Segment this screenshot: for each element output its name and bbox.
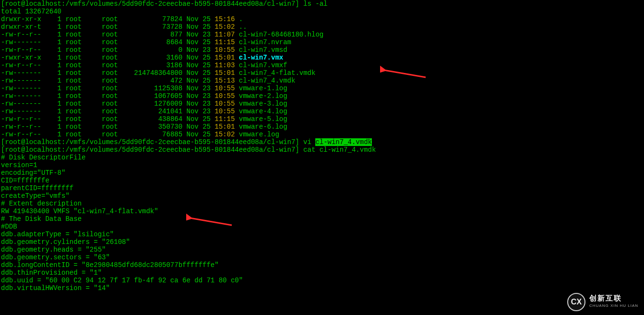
owner: root: [65, 100, 102, 108]
month: Nov: [187, 115, 203, 123]
group: root: [102, 77, 126, 85]
month: Nov: [187, 108, 203, 115]
filename: ..: [239, 23, 247, 31]
owner: root: [65, 77, 102, 85]
ls-row: drwxr-xr-t 1 root root 73728 Nov 25 15:0…: [1, 23, 643, 31]
links: 1: [41, 38, 65, 46]
owner: root: [65, 108, 102, 115]
terminal[interactable]: [root@localhost:/vmfs/volumes/5dd90fdc-2…: [0, 0, 644, 292]
filename: cl-win7.vmx: [239, 54, 283, 61]
size: 214748364800: [126, 69, 186, 77]
ls-row: -rw-r--r-- 1 root root 350730 Nov 25 15:…: [1, 123, 643, 131]
group: root: [102, 31, 126, 38]
perm: -rw-------: [1, 100, 41, 108]
day: 25: [203, 115, 215, 123]
month: Nov: [187, 15, 203, 23]
filename: cl-win7_4.vmdk: [239, 77, 296, 85]
owner: root: [65, 131, 102, 138]
time: 15:01: [215, 54, 239, 61]
file-line: encoding="UTF-8": [1, 169, 643, 177]
file-text: ddb.geometry.cylinders = "26108": [1, 238, 130, 246]
perm: drwxr-xr-t: [1, 23, 41, 31]
owner: root: [65, 23, 102, 31]
day: 25: [203, 77, 215, 85]
links: 1: [41, 85, 65, 92]
group: root: [102, 115, 126, 123]
file-line: # Extent description: [1, 200, 643, 207]
ls-row: -rw------- 1 root root 1276009 Nov 23 10…: [1, 100, 643, 108]
perm: -rw-r--r--: [1, 123, 41, 131]
ls-row: -rw-r--r-- 1 root root 0 Nov 23 10:55 cl…: [1, 46, 643, 54]
ls-row: -rw-r--r-- 1 root root 438864 Nov 25 11:…: [1, 115, 643, 123]
ls-row: -rw-r--r-- 1 root root 877 Nov 23 11:07 …: [1, 31, 643, 38]
perm: -rw-------: [1, 85, 41, 92]
time: 10:55: [215, 92, 239, 100]
size: 1276009: [126, 100, 186, 108]
perm: -rw-------: [1, 92, 41, 100]
owner: root: [65, 123, 102, 131]
time: 11:03: [215, 61, 239, 69]
group: root: [102, 69, 126, 77]
group: root: [102, 38, 126, 46]
file-text: ddb.uuid = "60 00 C2 94 12 7f 17 fb-4f 9…: [1, 277, 243, 284]
day: 25: [203, 61, 215, 69]
command: vi: [303, 138, 315, 146]
size: 1067605: [126, 92, 186, 100]
file-line: # Disk DescriptorFile: [1, 154, 643, 161]
group: root: [102, 61, 126, 69]
size: 73728: [126, 23, 186, 31]
size: 241041: [126, 108, 186, 115]
month: Nov: [187, 131, 203, 138]
group: root: [102, 100, 126, 108]
file-text: ddb.adapterType = "lsilogic": [1, 230, 114, 238]
group: root: [102, 15, 126, 23]
watermark-cn: 创新互联: [589, 294, 638, 302]
filename: cl-win7_4-flat.vmdk: [239, 69, 316, 77]
perm: -rw-r--r--: [1, 131, 41, 138]
prompt: [root@localhost:/vmfs/volumes/5dd90fdc-2…: [1, 0, 303, 8]
file-line: RW 419430400 VMFS "cl-win7_4-flat.vmdk": [1, 207, 643, 215]
terminal-line: [root@localhost:/vmfs/volumes/5dd90fdc-2…: [1, 0, 643, 8]
file-line: ddb.geometry.sectors = "63": [1, 254, 643, 261]
links: 1: [41, 115, 65, 123]
day: 25: [203, 15, 215, 23]
links: 1: [41, 61, 65, 69]
month: Nov: [187, 123, 203, 131]
month: Nov: [187, 23, 203, 31]
day: 23: [203, 108, 215, 115]
terminal-line: [root@localhost:/vmfs/volumes/5dd90fdc-2…: [1, 138, 643, 146]
group: root: [102, 54, 126, 61]
size: 77824: [126, 15, 186, 23]
ls-row: -rw------- 1 root root 1125308 Nov 23 10…: [1, 85, 643, 92]
ls-row: -rw------- 1 root root 472 Nov 25 15:13 …: [1, 77, 643, 85]
file-text: encoding="UTF-8": [1, 169, 65, 177]
day: 25: [203, 54, 215, 61]
size: 3160: [126, 54, 186, 61]
time: 15:02: [215, 131, 239, 138]
group: root: [102, 92, 126, 100]
links: 1: [41, 123, 65, 131]
links: 1: [41, 131, 65, 138]
links: 1: [41, 108, 65, 115]
filename: vmware-5.log: [239, 115, 287, 123]
size: 472: [126, 77, 186, 85]
file-line: CID=fffffffe: [1, 177, 643, 184]
file-line: parentCID=ffffffff: [1, 184, 643, 192]
watermark-en: CHUANG XIN HU LIAN: [589, 302, 638, 310]
filename: vmware-1.log: [239, 85, 287, 92]
owner: root: [65, 54, 102, 61]
day: 25: [203, 23, 215, 31]
day: 23: [203, 100, 215, 108]
perm: -rw-------: [1, 77, 41, 85]
file-line: ddb.geometry.heads = "255": [1, 246, 643, 254]
day: 23: [203, 31, 215, 38]
perm: -rw-r--r--: [1, 115, 41, 123]
month: Nov: [187, 85, 203, 92]
terminal-line: total 132672640: [1, 8, 643, 15]
day: 25: [203, 131, 215, 138]
size: 438864: [126, 115, 186, 123]
day: 25: [203, 69, 215, 77]
month: Nov: [187, 38, 203, 46]
prompt: [root@localhost:/vmfs/volumes/5dd90fdc-2…: [1, 146, 303, 154]
ls-row: -rw------- 1 root root 241041 Nov 23 10:…: [1, 108, 643, 115]
